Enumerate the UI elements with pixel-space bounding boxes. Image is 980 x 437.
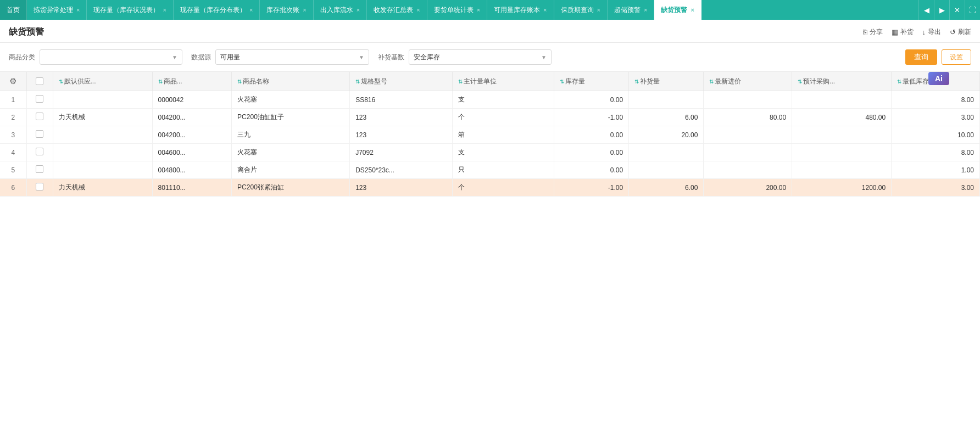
tab-close-icon[interactable]: × <box>644 7 647 13</box>
datasource-filter-group: 数据源 可用量 ▼ <box>191 49 369 65</box>
filter-bar: 商品分类 ▼ 数据源 可用量 ▼ 补货基数 安全库存 ▼ 查询 设置 <box>0 43 980 71</box>
row-checkbox[interactable] <box>36 148 43 155</box>
tab-close-icon[interactable]: × <box>543 7 547 13</box>
row-number: 1 <box>0 91 26 109</box>
cell-unit: 只 <box>452 161 554 179</box>
cell-min_stock: 1.00 <box>892 161 980 179</box>
page-title: 缺货预警 <box>9 26 44 38</box>
col-header-spec[interactable]: ⇅规格型号 <box>350 72 453 91</box>
col-label-unit: 主计量单位 <box>464 77 497 85</box>
col-header-replenish_qty[interactable]: ⇅补货量 <box>629 72 704 91</box>
export-icon: ↓ <box>922 28 926 36</box>
tab-next-button[interactable]: ▶ <box>934 0 949 20</box>
tab-item-expiry-query[interactable]: 保质期查询× <box>554 0 608 20</box>
refresh-icon: ↺ <box>950 28 956 36</box>
cell-spec: J7092 <box>350 144 453 161</box>
tab-item-order-stats[interactable]: 要货单统计表× <box>427 0 487 20</box>
col-header-item_code[interactable]: ⇅商品... <box>152 72 232 91</box>
tab-close-icon[interactable]: × <box>163 7 166 13</box>
tab-item-shortage[interactable]: 缺货预警× <box>654 0 701 20</box>
cell-default_supplier <box>53 91 152 109</box>
tab-close-icon[interactable]: × <box>691 7 694 13</box>
tab-bar: 首页拣货异常处理×现存量（库存状况表）×现存量（库存分布表）×库存批次账×出入库… <box>0 0 980 20</box>
tab-close-icon[interactable]: × <box>76 7 80 13</box>
settings-icon[interactable]: ⚙ <box>9 76 16 86</box>
row-checkbox[interactable] <box>36 113 43 120</box>
tab-item-overstock[interactable]: 超储预警× <box>608 0 654 20</box>
replenish-base-select[interactable]: 安全库存 ▼ <box>409 49 552 65</box>
cell-default_supplier <box>53 161 152 179</box>
row-number: 3 <box>0 126 26 144</box>
query-button[interactable]: 查询 <box>905 49 937 65</box>
replenish-action[interactable]: ▦ 补货 <box>892 27 914 37</box>
share-action[interactable]: ⎘ 分享 <box>863 27 883 37</box>
category-label: 商品分类 <box>9 53 35 62</box>
tab-item-inventory-dist[interactable]: 现存量（库存分布表）× <box>174 0 260 20</box>
tab-item-receive-summary[interactable]: 收发存汇总表× <box>367 0 427 20</box>
cell-est_purchase <box>792 126 892 144</box>
tab-close-button[interactable]: ✕ <box>949 0 965 20</box>
tab-item-available-ledger[interactable]: 可用量库存账本× <box>487 0 554 20</box>
cell-latest_price <box>704 126 792 144</box>
row-checkbox[interactable] <box>36 165 43 173</box>
cell-item_code: 004600... <box>152 144 232 161</box>
select-all-checkbox[interactable] <box>36 77 43 85</box>
row-checkbox-cell <box>26 91 53 109</box>
ai-badge[interactable]: Ai <box>928 72 949 85</box>
cell-latest_price: 80.00 <box>704 109 792 126</box>
export-action[interactable]: ↓ 导出 <box>922 27 942 37</box>
settings-button[interactable]: 设置 <box>942 49 971 65</box>
cell-item_name: 火花塞 <box>232 144 350 161</box>
share-icon: ⎘ <box>863 28 867 36</box>
datasource-dropdown-icon: ▼ <box>359 54 364 60</box>
row-checkbox[interactable] <box>36 183 43 191</box>
cell-min_stock: 8.00 <box>892 144 980 161</box>
cell-replenish_qty: 6.00 <box>629 109 704 126</box>
cell-default_supplier: 力天机械 <box>53 179 152 197</box>
cell-replenish_qty <box>629 144 704 161</box>
tab-close-icon[interactable]: × <box>249 7 253 13</box>
tab-item-batch-account[interactable]: 库存批次账× <box>260 0 313 20</box>
tab-close-icon[interactable]: × <box>416 7 420 13</box>
table-row: 4004600...火花塞J7092支0.008.00 <box>0 144 980 161</box>
tab-label: 可用量库存账本 <box>494 5 540 15</box>
replenish-base-select-value: 安全库存 <box>414 53 440 62</box>
tab-close-icon[interactable]: × <box>303 7 306 13</box>
sort-icon-unit: ⇅ <box>458 79 463 85</box>
tab-prev-button[interactable]: ◀ <box>918 0 934 20</box>
cell-latest_price <box>704 91 792 109</box>
tab-label: 要货单统计表 <box>434 5 474 15</box>
tab-item-in-out-flow[interactable]: 出入库流水× <box>314 0 367 20</box>
refresh-action[interactable]: ↺ 刷新 <box>950 27 971 37</box>
col-header-est_purchase[interactable]: ⇅预计采购... <box>792 72 892 91</box>
row-checkbox-cell <box>26 179 53 197</box>
tab-close-icon[interactable]: × <box>357 7 360 13</box>
cell-default_supplier <box>53 126 152 144</box>
tab-close-icon[interactable]: × <box>477 7 480 13</box>
row-checkbox[interactable] <box>36 95 43 103</box>
tab-label: 现存量（库存状况表） <box>93 5 159 15</box>
category-select[interactable]: ▼ <box>40 49 182 65</box>
category-dropdown-icon: ▼ <box>172 54 177 60</box>
col-label-latest_price: 最新进价 <box>715 77 741 85</box>
col-header-unit[interactable]: ⇅主计量单位 <box>452 72 554 91</box>
col-header-stock[interactable]: ⇅库存量 <box>554 72 628 91</box>
tab-item-abnormal[interactable]: 拣货异常处理× <box>27 0 87 20</box>
category-filter-group: 商品分类 ▼ <box>9 49 182 65</box>
tab-item-inventory-status[interactable]: 现存量（库存状况表）× <box>87 0 173 20</box>
cell-stock: -1.00 <box>554 179 628 197</box>
row-checkbox[interactable] <box>36 130 43 138</box>
sort-icon-replenish_qty: ⇅ <box>634 79 639 85</box>
tab-expand-button[interactable]: ⛶ <box>965 0 980 20</box>
tab-item-home[interactable]: 首页 <box>0 0 27 20</box>
cell-min_stock: 10.00 <box>892 126 980 144</box>
datasource-select[interactable]: 可用量 ▼ <box>215 49 369 65</box>
tab-close-icon[interactable]: × <box>597 7 600 13</box>
cell-latest_price <box>704 144 792 161</box>
col-header-default_supplier[interactable]: ⇅默认供应... <box>53 72 152 91</box>
cell-replenish_qty: 6.00 <box>629 179 704 197</box>
tab-label: 库存批次账 <box>266 5 299 15</box>
col-label-item_name: 商品名称 <box>243 77 269 85</box>
col-header-item_name[interactable]: ⇅商品名称 <box>232 72 350 91</box>
col-header-latest_price[interactable]: ⇅最新进价 <box>704 72 792 91</box>
